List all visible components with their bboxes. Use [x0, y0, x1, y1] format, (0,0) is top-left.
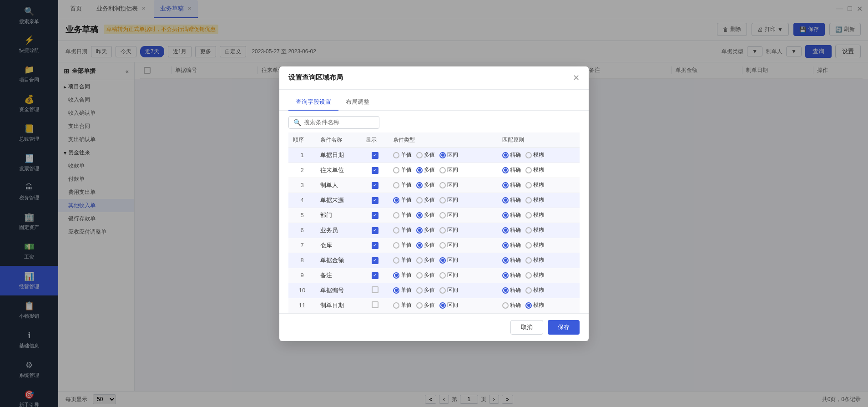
match-rule-group: 精确模糊	[502, 301, 575, 309]
modal-search-input[interactable]	[304, 119, 374, 126]
condition-radio-option[interactable]: 单值	[393, 166, 412, 174]
condition-type-group: 单值多值区间	[393, 166, 493, 174]
modal-table-row: 6业务员单值多值区间精确模糊	[288, 223, 580, 238]
display-checkbox[interactable]	[372, 197, 378, 204]
match-radio-option[interactable]: 模糊	[525, 301, 544, 309]
modal-table-wrap: 顺序 条件名称 显示 条件类型 匹配原则 1单据日期单值多值区间精确模糊2往来单…	[279, 132, 589, 313]
modal-th-name: 条件名称	[316, 132, 361, 148]
display-checkbox[interactable]	[372, 212, 378, 219]
modal-close-button[interactable]: ✕	[573, 73, 580, 83]
match-radio-option[interactable]: 精确	[502, 241, 521, 249]
condition-radio-option[interactable]: 多值	[416, 271, 435, 279]
condition-radio-option[interactable]: 多值	[416, 256, 435, 264]
modal-cancel-button[interactable]: 取消	[510, 320, 543, 335]
display-checkbox[interactable]	[372, 152, 378, 159]
modal-footer: 取消 保存	[279, 313, 589, 341]
match-radio-option[interactable]: 精确	[502, 286, 521, 294]
match-radio-option[interactable]: 精确	[502, 256, 521, 264]
condition-radio-option[interactable]: 单值	[393, 241, 412, 249]
condition-radio-option[interactable]: 多值	[416, 211, 435, 219]
condition-radio-option[interactable]: 区间	[439, 151, 458, 159]
display-checkbox[interactable]	[372, 182, 378, 189]
condition-type-group: 单值多值区间	[393, 301, 493, 309]
condition-radio-option[interactable]: 单值	[393, 196, 412, 204]
match-rule-group: 精确模糊	[502, 226, 575, 234]
match-radio-option[interactable]: 模糊	[525, 181, 544, 189]
match-radio-option[interactable]: 模糊	[525, 196, 544, 204]
condition-type-group: 单值多值区间	[393, 241, 493, 249]
modal-tab-layout-adjust[interactable]: 布局调整	[338, 94, 377, 111]
match-rule-group: 精确模糊	[502, 211, 575, 219]
match-radio-option[interactable]: 精确	[502, 226, 521, 234]
condition-radio-option[interactable]: 多值	[416, 286, 435, 294]
condition-radio-option[interactable]: 单值	[393, 286, 412, 294]
condition-radio-option[interactable]: 单值	[393, 211, 412, 219]
condition-type-group: 单值多值区间	[393, 226, 493, 234]
match-radio-option[interactable]: 模糊	[525, 256, 544, 264]
display-checkbox[interactable]	[372, 301, 378, 308]
condition-radio-option[interactable]: 多值	[416, 241, 435, 249]
match-radio-option[interactable]: 精确	[502, 151, 521, 159]
match-rule-group: 精确模糊	[502, 241, 575, 249]
display-checkbox[interactable]	[372, 286, 378, 293]
modal-table-row: 10单据编号单值多值区间精确模糊	[288, 283, 580, 298]
condition-radio-option[interactable]: 多值	[416, 181, 435, 189]
condition-radio-option[interactable]: 单值	[393, 301, 412, 309]
match-radio-option[interactable]: 精确	[502, 181, 521, 189]
condition-radio-option[interactable]: 单值	[393, 256, 412, 264]
modal-tabs: 查询字段设置 布局调整	[279, 90, 589, 111]
condition-radio-option[interactable]: 区间	[439, 166, 458, 174]
condition-radio-option[interactable]: 区间	[439, 286, 458, 294]
match-radio-option[interactable]: 模糊	[525, 211, 544, 219]
match-rule-group: 精确模糊	[502, 181, 575, 189]
modal-th-display: 显示	[361, 132, 389, 148]
match-radio-option[interactable]: 精确	[502, 166, 521, 174]
display-checkbox[interactable]	[372, 257, 378, 264]
condition-radio-option[interactable]: 区间	[439, 196, 458, 204]
modal-table-row: 8单据金额单值多值区间精确模糊	[288, 253, 580, 268]
modal-table-row: 9备注单值多值区间精确模糊	[288, 268, 580, 283]
condition-radio-option[interactable]: 区间	[439, 241, 458, 249]
condition-radio-option[interactable]: 单值	[393, 226, 412, 234]
match-rule-group: 精确模糊	[502, 196, 575, 204]
modal-table: 顺序 条件名称 显示 条件类型 匹配原则 1单据日期单值多值区间精确模糊2往来单…	[288, 132, 580, 313]
match-radio-option[interactable]: 精确	[502, 301, 521, 309]
condition-radio-option[interactable]: 多值	[416, 226, 435, 234]
condition-radio-option[interactable]: 单值	[393, 181, 412, 189]
match-rule-group: 精确模糊	[502, 271, 575, 279]
condition-radio-option[interactable]: 单值	[393, 151, 412, 159]
condition-radio-option[interactable]: 单值	[393, 271, 412, 279]
condition-radio-option[interactable]: 区间	[439, 226, 458, 234]
match-radio-option[interactable]: 精确	[502, 211, 521, 219]
display-checkbox[interactable]	[372, 272, 378, 279]
match-radio-option[interactable]: 模糊	[525, 271, 544, 279]
condition-radio-option[interactable]: 多值	[416, 151, 435, 159]
match-radio-option[interactable]: 模糊	[525, 166, 544, 174]
condition-radio-option[interactable]: 区间	[439, 301, 458, 309]
modal-table-row: 1单据日期单值多值区间精确模糊	[288, 148, 580, 163]
condition-radio-option[interactable]: 多值	[416, 166, 435, 174]
condition-radio-option[interactable]: 区间	[439, 271, 458, 279]
modal-save-button[interactable]: 保存	[548, 320, 580, 335]
modal-search: 🔍	[279, 111, 589, 132]
match-radio-option[interactable]: 精确	[502, 271, 521, 279]
modal-table-row: 3制单人单值多值区间精确模糊	[288, 178, 580, 193]
match-radio-option[interactable]: 模糊	[525, 226, 544, 234]
condition-radio-option[interactable]: 区间	[439, 256, 458, 264]
condition-radio-option[interactable]: 区间	[439, 211, 458, 219]
match-radio-option[interactable]: 模糊	[525, 286, 544, 294]
modal-table-row: 11制单日期单值多值区间精确模糊	[288, 298, 580, 313]
modal-table-row: 7仓库单值多值区间精确模糊	[288, 238, 580, 253]
match-radio-option[interactable]: 模糊	[525, 151, 544, 159]
display-checkbox[interactable]	[372, 227, 378, 234]
condition-radio-option[interactable]: 多值	[416, 301, 435, 309]
modal-tab-field-settings[interactable]: 查询字段设置	[288, 94, 338, 111]
match-radio-option[interactable]: 精确	[502, 196, 521, 204]
modal-header: 设置查询区域布局 ✕	[279, 66, 589, 90]
match-radio-option[interactable]: 模糊	[525, 241, 544, 249]
display-checkbox[interactable]	[372, 242, 378, 249]
display-checkbox[interactable]	[372, 167, 378, 174]
condition-radio-option[interactable]: 多值	[416, 196, 435, 204]
condition-radio-option[interactable]: 区间	[439, 181, 458, 189]
condition-type-group: 单值多值区间	[393, 256, 493, 264]
